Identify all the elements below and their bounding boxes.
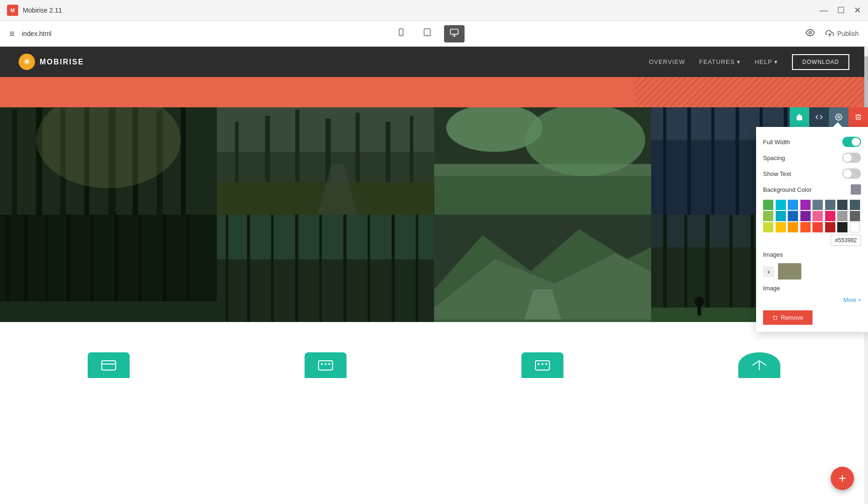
- reorder-icon: [796, 113, 803, 121]
- scrollbar-thumb[interactable]: [864, 56, 868, 112]
- color-swatch-slate[interactable]: [850, 200, 860, 210]
- bg-color-row: Background Color: [756, 182, 868, 197]
- hex-input[interactable]: #553982: [831, 235, 861, 246]
- site-logo-text: MOBIRISE: [40, 58, 84, 66]
- tablet-view-button[interactable]: [417, 25, 437, 42]
- full-width-toggle[interactable]: [842, 137, 861, 147]
- color-swatch-orange[interactable]: [788, 222, 798, 232]
- svg-point-89: [538, 363, 540, 365]
- color-swatch-darkercyan[interactable]: [776, 211, 786, 221]
- svg-point-92: [838, 116, 840, 118]
- color-swatch-lime[interactable]: [763, 222, 773, 232]
- bottom-icon-1: [88, 352, 130, 378]
- remove-label: Remove: [781, 314, 803, 321]
- svg-rect-4: [450, 29, 458, 34]
- reorder-button[interactable]: [790, 107, 809, 127]
- svg-point-91: [545, 363, 547, 365]
- hero-diagonal-pattern: [635, 77, 868, 107]
- spacing-label: Spacing: [763, 154, 785, 161]
- color-swatch-darkblue[interactable]: [788, 211, 798, 221]
- spacing-toggle[interactable]: [842, 153, 861, 163]
- svg-rect-70: [663, 215, 667, 322]
- popup-arrow: [833, 122, 842, 127]
- svg-rect-31: [434, 176, 651, 215]
- color-swatch-darkred[interactable]: [825, 222, 835, 232]
- color-swatch-blue[interactable]: [788, 200, 798, 210]
- svg-point-5: [809, 31, 812, 34]
- nav-download-button[interactable]: DOWNLOAD: [792, 54, 849, 70]
- forest-svg-5: [0, 215, 217, 322]
- color-swatch-purple[interactable]: [800, 200, 811, 210]
- color-swatch-cyan[interactable]: [776, 200, 786, 210]
- svg-rect-36: [711, 107, 714, 215]
- gallery-grid: [0, 107, 868, 322]
- color-swatch-grey[interactable]: [837, 211, 847, 221]
- color-swatch-medgrey[interactable]: [850, 211, 860, 221]
- delete-section-button[interactable]: [848, 107, 868, 127]
- svg-point-87: [328, 363, 330, 365]
- remove-btn-row: Remove: [756, 306, 868, 327]
- full-width-label: Full Width: [763, 139, 790, 146]
- bg-color-swatch[interactable]: [851, 184, 861, 195]
- forest-svg-1: [0, 107, 217, 215]
- desktop-icon: [449, 28, 460, 37]
- color-swatch-pink[interactable]: [812, 211, 823, 221]
- prev-image-button[interactable]: ‹: [763, 266, 774, 277]
- preview-button[interactable]: [805, 28, 816, 40]
- svg-rect-59: [319, 215, 322, 322]
- forest-svg-7: [434, 215, 651, 322]
- more-link[interactable]: More >: [756, 294, 868, 306]
- color-swatch-green[interactable]: [763, 200, 773, 210]
- bottom-icon-3: [521, 352, 563, 378]
- color-swatch-amber[interactable]: [776, 222, 786, 232]
- show-text-row: Show Text: [756, 166, 868, 182]
- settings-panel: Full Width Spacing Show Text Background …: [756, 127, 868, 332]
- nav-help[interactable]: HELP ▾: [755, 58, 778, 65]
- svg-point-80: [694, 297, 704, 307]
- svg-rect-15: [181, 107, 186, 215]
- forest-svg-6: [217, 215, 434, 322]
- color-swatch-black[interactable]: [837, 222, 847, 232]
- file-name: index.html: [22, 30, 52, 37]
- show-text-toggle[interactable]: [842, 168, 861, 179]
- menu-icon[interactable]: ≡: [9, 28, 15, 39]
- code-button[interactable]: [809, 107, 829, 127]
- color-swatch-darkgrey[interactable]: [837, 200, 847, 210]
- color-swatch-white[interactable]: [850, 222, 860, 232]
- mobile-icon: [396, 28, 406, 37]
- gallery-cell-7: [434, 215, 651, 322]
- bottom-icon-svg-4: [750, 358, 769, 372]
- code-icon: [815, 113, 823, 121]
- color-swatch-lightgreen[interactable]: [763, 211, 773, 221]
- color-swatch-darkpurple[interactable]: [800, 211, 811, 221]
- svg-rect-8: [12, 110, 17, 215]
- svg-rect-35: [687, 107, 691, 215]
- forest-svg-3: [434, 107, 651, 215]
- app-title: Mobirise 2.11: [23, 7, 62, 14]
- toolbar-center: [392, 25, 465, 42]
- gallery-cell-6: [217, 215, 434, 322]
- mobile-view-button[interactable]: [392, 25, 410, 42]
- site-logo: ☀ MOBIRISE: [19, 54, 84, 70]
- color-swatch-hotpink[interactable]: [825, 211, 835, 221]
- svg-rect-58: [295, 215, 298, 322]
- svg-rect-73: [729, 215, 732, 322]
- minimize-button[interactable]: —: [819, 5, 828, 15]
- color-swatch-deeporange[interactable]: [800, 222, 811, 232]
- nav-features[interactable]: FEATURES ▾: [699, 58, 741, 65]
- gear-icon: [835, 113, 842, 121]
- color-swatch-darkbluegrey[interactable]: [825, 200, 835, 210]
- nav-overview[interactable]: OVERVIEW: [649, 58, 685, 65]
- bg-color-label: Background Color: [763, 186, 812, 193]
- color-swatch-red[interactable]: [812, 222, 823, 232]
- add-section-button[interactable]: +: [831, 467, 854, 490]
- maximize-button[interactable]: ☐: [837, 5, 845, 15]
- publish-button[interactable]: Publish: [825, 29, 859, 38]
- desktop-view-button[interactable]: [444, 25, 465, 42]
- toolbar: ≡ index.html: [0, 21, 868, 47]
- bottom-icon-svg-1: [99, 358, 118, 372]
- close-button[interactable]: ✕: [854, 5, 861, 15]
- spacing-row: Spacing: [756, 150, 868, 166]
- remove-button[interactable]: Remove: [763, 310, 812, 325]
- color-swatch-bluegrey[interactable]: [812, 200, 823, 210]
